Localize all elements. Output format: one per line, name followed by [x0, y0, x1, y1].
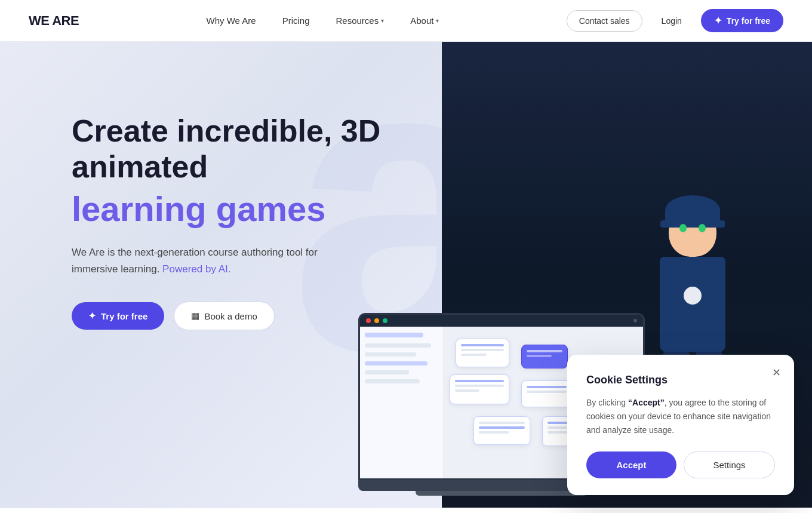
character-cap [665, 195, 720, 225]
navbar: WE ARE Why We Are Pricing Resources ▾ Ab… [0, 0, 812, 42]
hero-title-black: Create incredible, 3D animated [72, 113, 406, 185]
character-logo-mark [684, 287, 702, 305]
cookie-action-buttons: Accept Settings [586, 451, 775, 478]
cookie-settings-button[interactable]: Settings [684, 451, 775, 478]
cookie-close-button[interactable]: ✕ [768, 364, 785, 381]
nav-actions: Contact sales Login ✦ Try for free [567, 9, 783, 32]
calendar-icon: ▦ [191, 311, 199, 321]
node-card [456, 339, 509, 367]
sparkle-icon: ✦ [88, 311, 96, 321]
character-right-eye [699, 224, 706, 232]
character-left-eye [679, 224, 687, 232]
trusted-organizations-bar: Trusted by top organizations: ANTON SPOR… [0, 508, 812, 513]
hero-description: We Are is the next-generation course aut… [72, 244, 358, 278]
hero-cta-buttons: ✦ Try for free ▦ Book a demo [72, 302, 406, 330]
cookie-overlay: ✕ Cookie Settings By clicking “Accept”, … [567, 355, 794, 495]
laptop-foot [416, 491, 588, 496]
node-card-blue [521, 345, 568, 368]
sparkle-icon: ✦ [714, 15, 722, 26]
nav-links: Why We Are Pricing Resources ▾ About ▾ [196, 11, 450, 30]
chevron-down-icon: ▾ [381, 17, 384, 24]
character-head [669, 206, 716, 257]
nav-logo[interactable]: WE ARE [29, 13, 79, 29]
cookie-title: Cookie Settings [586, 374, 775, 386]
chevron-down-icon: ▾ [436, 17, 439, 24]
try-for-free-nav-button[interactable]: ✦ Try for free [701, 9, 783, 32]
node-card [473, 416, 530, 445]
hero-title-purple: learning games [72, 190, 406, 228]
nav-link-why-we-are[interactable]: Why We Are [196, 11, 267, 30]
cookie-description: By clicking “Accept”, you agree to the s… [586, 396, 775, 437]
character-torso [660, 257, 725, 352]
nav-link-resources[interactable]: Resources ▾ [325, 11, 395, 30]
contact-sales-button[interactable]: Contact sales [567, 10, 642, 32]
cookie-accept-button[interactable]: Accept [586, 451, 676, 478]
login-button[interactable]: Login [650, 11, 694, 31]
character-cap-brim [660, 220, 725, 228]
nav-link-pricing[interactable]: Pricing [272, 11, 321, 30]
nav-link-about[interactable]: About ▾ [399, 11, 450, 30]
laptop-camera [633, 319, 637, 322]
book-demo-button[interactable]: ▦ Book a demo [174, 302, 274, 330]
node-card [450, 374, 509, 404]
cookie-modal: ✕ Cookie Settings By clicking “Accept”, … [567, 355, 794, 495]
node-card [521, 380, 572, 407]
hero-content: Create incredible, 3D animated learning … [72, 42, 406, 330]
try-for-free-hero-button[interactable]: ✦ Try for free [72, 302, 164, 330]
